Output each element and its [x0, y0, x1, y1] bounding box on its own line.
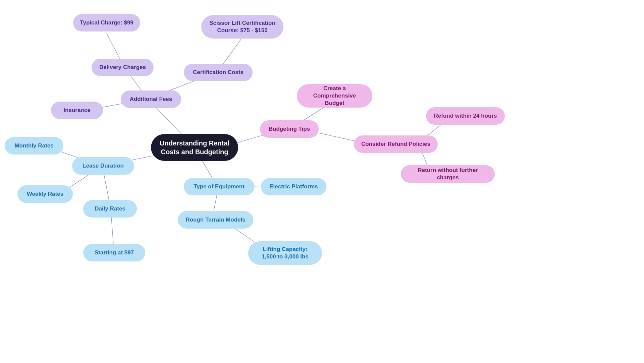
lease-duration-node: Lease Duration [72, 157, 134, 175]
consider-refund-node: Consider Refund Policies [354, 135, 438, 153]
starting-at-node: Starting at $97 [83, 244, 145, 261]
typical-charge-node: Typical Charge: $99 [73, 14, 140, 32]
certification-costs-node: Certification Costs [184, 64, 253, 81]
insurance-node: Insurance [51, 102, 103, 119]
weekly-rates-node: Weekly Rates [17, 185, 73, 203]
monthly-rates-node: Monthly Rates [5, 137, 63, 155]
additional-fees-node: Additional Fees [121, 90, 181, 108]
return-without-node: Return without further charges [401, 165, 495, 183]
svg-line-13 [213, 193, 217, 213]
budgeting-tips-node: Budgeting Tips [260, 120, 319, 138]
create-budget-node: Create a Comprehensive Budget [297, 84, 372, 108]
type-of-equipment-node: Type of Equipment [184, 178, 254, 195]
rough-terrain-node: Rough Terrain Models [178, 211, 253, 229]
center-node: Understanding Rental Costs and Budgeting [151, 134, 238, 161]
scissor-lift-node: Scissor Lift Certification Course: $75 -… [201, 15, 283, 39]
daily-rates-node: Daily Rates [83, 200, 137, 218]
delivery-charges-node: Delivery Charges [92, 59, 154, 76]
electric-platforms-node: Electric Platforms [261, 178, 326, 195]
refund-24-node: Refund within 24 hours [426, 107, 505, 125]
lifting-capacity-node: Lifting Capacity: 1,500 to 3,000 lbs [248, 241, 322, 265]
